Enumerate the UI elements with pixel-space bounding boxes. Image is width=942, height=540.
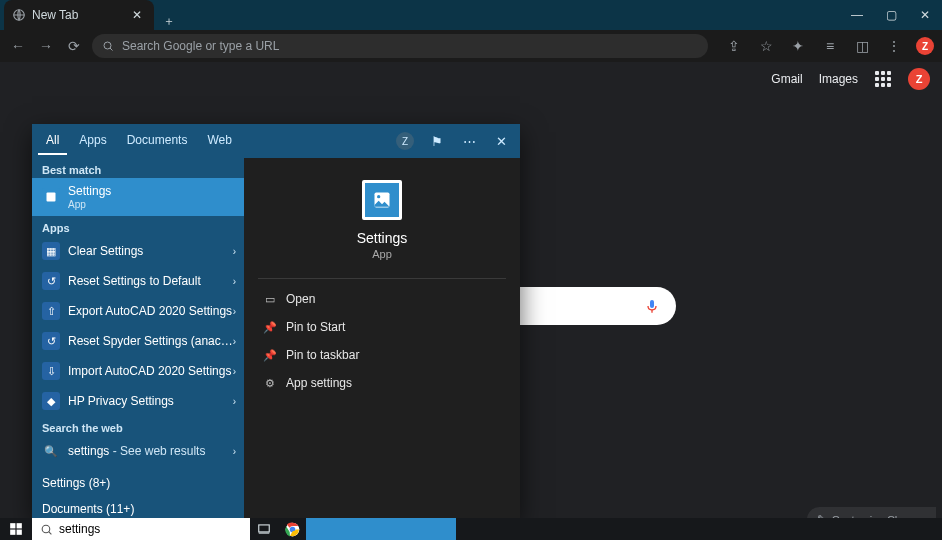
chevron-right-icon: › — [233, 336, 236, 347]
tab-documents[interactable]: Documents — [119, 127, 196, 155]
svg-rect-5 — [10, 523, 15, 528]
start-results-pane: All Apps Documents Web More ▾ Best match… — [32, 124, 244, 518]
new-tab-button[interactable]: ＋ — [160, 12, 178, 30]
chevron-right-icon: › — [233, 276, 236, 287]
action-pin-start[interactable]: 📌Pin to Start — [244, 313, 520, 341]
app-result-label: Import AutoCAD 2020 Settings — [68, 364, 234, 378]
gmail-link[interactable]: Gmail — [771, 72, 802, 86]
search-icon: 🔍 — [42, 442, 60, 460]
browser-titlebar: New Tab ✕ ＋ — ▢ ✕ — [0, 0, 942, 30]
action-pin-taskbar[interactable]: 📌Pin to taskbar — [244, 341, 520, 369]
gear-icon: ⚙ — [262, 375, 278, 391]
minimize-button[interactable]: — — [840, 0, 874, 30]
window-controls: — ▢ ✕ — [840, 0, 942, 30]
app-icon: ↺ — [42, 272, 60, 290]
browser-tab[interactable]: New Tab ✕ — [4, 0, 154, 30]
back-button[interactable]: ← — [8, 36, 28, 56]
app-result-item[interactable]: ⇩Import AutoCAD 2020 Settings› — [32, 356, 244, 386]
app-result-item[interactable]: ▦Clear Settings› — [32, 236, 244, 266]
search-icon — [102, 40, 114, 52]
app-result-item[interactable]: ↺Reset Spyder Settings (anaconda3)› — [32, 326, 244, 356]
more-options-icon[interactable]: ⋯ — [460, 132, 478, 150]
pin-icon: 📌 — [262, 347, 278, 363]
bookmark-icon[interactable]: ☆ — [756, 36, 776, 56]
svg-rect-10 — [259, 525, 270, 532]
app-result-label: HP Privacy Settings — [68, 394, 234, 408]
open-icon: ▭ — [262, 291, 278, 307]
app-result-item[interactable]: ↺Reset Settings to Default› — [32, 266, 244, 296]
best-match-item[interactable]: Settings App — [32, 178, 244, 216]
web-result-label: settings - See web results — [68, 444, 234, 458]
taskbar-search[interactable] — [32, 518, 250, 540]
task-view-button[interactable] — [250, 518, 278, 540]
settings-count[interactable]: Settings (8+) — [32, 466, 244, 496]
chevron-right-icon: › — [233, 306, 236, 317]
omnibox[interactable]: Search Google or type a URL — [92, 34, 708, 58]
chrome-taskbar-icon[interactable] — [278, 518, 306, 540]
app-tile-icon — [42, 188, 60, 206]
profile-avatar[interactable]: Z — [916, 37, 934, 55]
svg-rect-2 — [47, 193, 56, 202]
search-icon — [40, 523, 53, 536]
preview-kind: App — [372, 248, 392, 260]
google-header-links: Gmail Images Z — [771, 68, 930, 90]
section-best-match: Best match — [32, 158, 244, 178]
extensions-icon[interactable]: ✦ — [788, 36, 808, 56]
app-icon: ▦ — [42, 242, 60, 260]
browser-toolbar: ← → ⟳ Search Google or type a URL ⇪ ☆ ✦ … — [0, 30, 942, 62]
start-top-controls: Z ⚑ ⋯ ✕ — [244, 124, 520, 158]
taskbar — [0, 518, 942, 540]
chevron-right-icon: › — [233, 446, 236, 457]
globe-icon — [12, 8, 26, 22]
svg-point-1 — [104, 42, 111, 49]
svg-point-9 — [42, 525, 50, 533]
preview-actions: ▭Open 📌Pin to Start 📌Pin to taskbar ⚙App… — [244, 285, 520, 397]
app-result-label: Reset Spyder Settings (anaconda3) — [68, 334, 234, 348]
start-search-menu: All Apps Documents Web More ▾ Best match… — [32, 124, 520, 518]
app-result-label: Clear Settings — [68, 244, 234, 258]
app-icon: ⇩ — [42, 362, 60, 380]
app-result-item[interactable]: ◆HP Privacy Settings› — [32, 386, 244, 416]
app-result-label: Export AutoCAD 2020 Settings — [68, 304, 234, 318]
taskbar-search-input[interactable] — [59, 518, 242, 540]
section-apps: Apps — [32, 216, 244, 236]
action-open[interactable]: ▭Open — [244, 285, 520, 313]
svg-rect-8 — [17, 530, 22, 535]
close-tab-button[interactable]: ✕ — [128, 6, 146, 24]
google-account-avatar[interactable]: Z — [908, 68, 930, 90]
chevron-right-icon: › — [233, 246, 236, 257]
reading-list-icon[interactable]: ≡ — [820, 36, 840, 56]
side-panel-icon[interactable]: ◫ — [852, 36, 872, 56]
app-icon: ◆ — [42, 392, 60, 410]
preview-hero: Settings App — [244, 158, 520, 274]
start-filter-tabs: All Apps Documents Web More ▾ — [32, 124, 244, 158]
chrome-menu-button[interactable]: ⋮ — [884, 36, 904, 56]
app-result-item[interactable]: ⇧Export AutoCAD 2020 Settings› — [32, 296, 244, 326]
omnibox-placeholder: Search Google or type a URL — [122, 39, 279, 53]
preview-title: Settings — [357, 230, 408, 246]
reload-button[interactable]: ⟳ — [64, 36, 84, 56]
forward-button[interactable]: → — [36, 36, 56, 56]
rewards-icon[interactable]: ⚑ — [428, 132, 446, 150]
app-icon: ↺ — [42, 332, 60, 350]
tab-apps[interactable]: Apps — [71, 127, 114, 155]
close-window-button[interactable]: ✕ — [908, 0, 942, 30]
app-result-label: Reset Settings to Default — [68, 274, 234, 288]
preview-tile-icon — [362, 180, 402, 220]
tab-all[interactable]: All — [38, 127, 67, 155]
share-icon[interactable]: ⇪ — [724, 36, 744, 56]
google-apps-icon[interactable] — [874, 70, 892, 88]
maximize-button[interactable]: ▢ — [874, 0, 908, 30]
voice-search-icon[interactable] — [644, 298, 660, 314]
web-result-item[interactable]: 🔍 settings - See web results › — [32, 436, 244, 466]
close-start-button[interactable]: ✕ — [492, 132, 510, 150]
chevron-right-icon: › — [233, 396, 236, 407]
pin-icon: 📌 — [262, 319, 278, 335]
action-app-settings[interactable]: ⚙App settings — [244, 369, 520, 397]
user-avatar[interactable]: Z — [396, 132, 414, 150]
active-task-indicator[interactable] — [306, 518, 456, 540]
images-link[interactable]: Images — [819, 72, 858, 86]
taskbar-pinned — [250, 518, 456, 540]
start-button[interactable] — [0, 518, 32, 540]
tab-web[interactable]: Web — [199, 127, 239, 155]
